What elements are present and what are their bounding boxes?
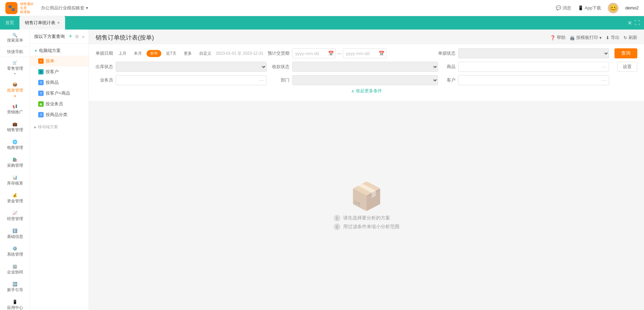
- chevron-down-icon: ▾: [86, 5, 88, 10]
- refresh-button[interactable]: ↻ 刷新: [624, 35, 637, 41]
- purchase-icon: 🛍️: [12, 157, 17, 162]
- date-label: 单据日期: [96, 50, 116, 56]
- industry-select[interactable]: 办公用品行业模拟账套 ▾: [41, 5, 88, 11]
- page-header: 销售订单统计表(按单) ❓ 帮助 🖨️ 按模板打印 ▾ ⬇ 导出 ↻ 刷新: [89, 30, 644, 44]
- sidebar-item-sales[interactable]: 💼 销售管理: [0, 118, 30, 136]
- tree-section-mobile[interactable]: ▶ 移动端方案: [30, 122, 89, 132]
- sidebar-quick-nav[interactable]: 快捷导航: [0, 47, 30, 57]
- salesperson-input[interactable]: [116, 75, 267, 85]
- add-scheme-button[interactable]: +: [69, 33, 72, 40]
- finance-icon: 💰: [12, 193, 17, 198]
- maximize-window-icon[interactable]: ⛶: [635, 20, 640, 26]
- collapse-row: ∧ 收起更多条件: [96, 85, 637, 97]
- date-btn-this-month[interactable]: 本月: [131, 50, 145, 57]
- user-name: demo2: [625, 5, 639, 10]
- product-more-icon[interactable]: ···: [601, 64, 606, 69]
- tree-item-by-order[interactable]: ≡ 按单: [30, 56, 89, 66]
- calendar-end-icon[interactable]: 📅: [379, 51, 384, 56]
- inventory-icon: 📊: [12, 175, 17, 180]
- customer-more-icon[interactable]: ···: [601, 78, 606, 83]
- sidebar-item-app-center[interactable]: 📱 应用中心: [0, 296, 30, 310]
- date-btn-more[interactable]: 更多: [181, 50, 195, 57]
- sidebar-item-operation[interactable]: 📈 经营管理: [0, 207, 30, 225]
- collapse-panel-button[interactable]: «: [82, 34, 85, 39]
- tree-item-by-customer[interactable]: 👤 按客户: [30, 66, 89, 77]
- tab-close-icon[interactable]: ×: [57, 20, 60, 25]
- empty-state: 📦 1 请先选择要分析的方案 2 用过滤条件来缩小分析范围: [89, 101, 644, 310]
- ecommerce-icon: 🌐: [12, 140, 17, 144]
- left-panel-actions: + ⚙ «: [69, 33, 85, 40]
- print-icon: 🖨️: [570, 35, 575, 40]
- app-center-icon: 📱: [12, 300, 17, 304]
- sidebar-item-wholesale[interactable]: 📦 批发管理 ▲: [0, 79, 30, 101]
- page-title: 销售订单统计表(按单): [96, 34, 154, 42]
- by-customer-product-icon: ☰: [38, 91, 44, 96]
- basic-icon: ℹ️: [12, 228, 17, 233]
- enterprise-icon: 🏢: [12, 264, 17, 269]
- content-area: 销售订单统计表(按单) ❓ 帮助 🖨️ 按模板打印 ▾ ⬇ 导出 ↻ 刷新: [89, 30, 644, 310]
- marketing-icon: 📢: [12, 104, 17, 109]
- date-btn-7days[interactable]: 近7天: [163, 50, 179, 57]
- tree-parent-desktop[interactable]: ▼ 电脑端方案: [30, 46, 89, 56]
- newbie-icon: 🆕: [12, 282, 17, 287]
- tree-item-by-product[interactable]: ☰ 按商品: [30, 77, 89, 88]
- date-btn-custom[interactable]: 自定义: [197, 50, 214, 57]
- top-bar-middle: 办公用品行业模拟账套 ▾: [36, 5, 556, 11]
- app-download-button[interactable]: 📱 App下载: [578, 5, 601, 11]
- settings-button[interactable]: 设置: [617, 62, 637, 72]
- sidebar-item-retail[interactable]: 🛒 零售管理 ▼: [0, 57, 30, 79]
- tree-item-by-customer-product[interactable]: ☰ 按客户+商品: [30, 88, 89, 99]
- date-btn-last-month[interactable]: 上月: [116, 50, 129, 57]
- sidebar-item-newbie[interactable]: 🆕 新手引导: [0, 278, 30, 296]
- sidebar-item-system[interactable]: ⚙️ 系统管理: [0, 243, 30, 261]
- help-icon: ❓: [550, 35, 555, 40]
- sidebar-item-marketing[interactable]: 📢 营销推广: [0, 101, 30, 118]
- customer-input[interactable]: [458, 75, 609, 85]
- date-btn-this-year[interactable]: 本年: [147, 50, 161, 57]
- download-icon: 📱: [578, 5, 583, 10]
- expected-date-label: 预计交货期: [267, 50, 292, 56]
- sidebar-item-ecommerce[interactable]: 🌐 电商管理: [0, 136, 30, 154]
- avatar[interactable]: 😊: [608, 3, 619, 13]
- salesperson-more-icon[interactable]: ···: [259, 78, 264, 83]
- message-button[interactable]: 💬 消息: [556, 5, 571, 11]
- tree-item-by-category[interactable]: ☰ 按商品分类: [30, 109, 89, 120]
- print-button[interactable]: 🖨️ 按模板打印 ▾: [570, 35, 602, 41]
- date-range-text: 2023-01-01 至 2023-12-31: [216, 51, 263, 56]
- sidebar-search[interactable]: 🔍 搜索菜单: [0, 30, 30, 47]
- logo-area: 🐾 销售通好生意 标准版: [5, 2, 36, 14]
- export-icon: ⬇: [606, 35, 609, 40]
- empty-tip-1: 1 请先选择要分析的方案: [334, 215, 399, 221]
- help-button[interactable]: ❓ 帮助: [550, 35, 566, 41]
- delivery-status-label: 出库状态: [96, 64, 116, 70]
- calendar-start-icon[interactable]: 📅: [328, 51, 334, 56]
- wholesale-icon: 📦: [12, 82, 17, 87]
- empty-illustration: 📦: [350, 180, 383, 212]
- tip-num-2: 2: [334, 223, 340, 230]
- tab-home[interactable]: 首页: [0, 16, 19, 30]
- sidebar-item-finance[interactable]: 💰 资金管理: [0, 190, 30, 207]
- department-select[interactable]: [292, 75, 438, 85]
- sidebar-item-basic[interactable]: ℹ️ 基础信息: [0, 225, 30, 243]
- sidebar-item-inventory[interactable]: 📊 库存核算: [0, 172, 30, 190]
- tree-item-by-salesperson[interactable]: ▦ 按业务员: [30, 99, 89, 109]
- empty-tip-2: 2 用过滤条件来缩小分析范围: [334, 223, 399, 230]
- sidebar-item-enterprise[interactable]: 🏢 企业协同: [0, 261, 30, 278]
- delivery-status-select[interactable]: [116, 62, 267, 72]
- collapse-button[interactable]: ∧ 收起更多条件: [351, 88, 382, 94]
- settings-scheme-icon[interactable]: ⚙: [75, 34, 79, 39]
- export-button[interactable]: ⬇ 导出: [606, 35, 620, 41]
- payment-status-select[interactable]: [292, 62, 438, 72]
- tab-sales-stat[interactable]: 销售订单统计表 ×: [19, 16, 65, 30]
- top-bar: 🐾 销售通好生意 标准版 办公用品行业模拟账套 ▾ 💬 消息 📱 App下载 😊…: [0, 0, 644, 16]
- order-status-label: 单据状态: [438, 50, 458, 56]
- query-button[interactable]: 查询: [614, 48, 637, 58]
- retail-icon: 🛒: [12, 60, 17, 65]
- sidebar-item-purchase[interactable]: 🛍️ 采购管理: [0, 154, 30, 172]
- product-input[interactable]: [458, 62, 609, 72]
- filter-section: 单据日期 上月 本月 本年 近7天 更多 自定义 2023-01-01 至 20…: [89, 44, 644, 101]
- date-separator: —: [337, 51, 341, 56]
- left-panel-title: 按以下方案查询: [34, 34, 65, 40]
- order-status-select[interactable]: [458, 48, 609, 58]
- close-window-icon[interactable]: ✕: [628, 20, 632, 26]
